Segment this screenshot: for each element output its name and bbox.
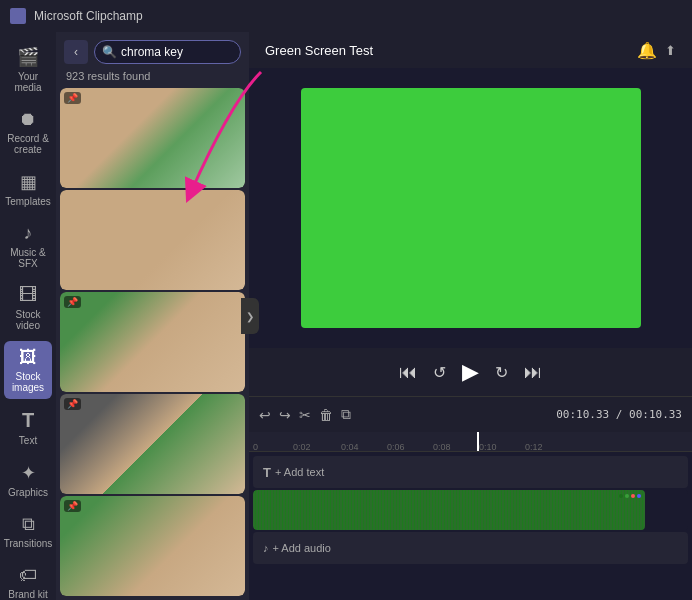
timeline: 0 0:02 0:04 0:06 0:08 0:10 0:12 T + Add … (249, 432, 692, 600)
search-panel: ‹ 🔍 923 results found 📌 (56, 32, 249, 600)
forward-button[interactable]: ↻ (495, 363, 508, 382)
music-icon: ♪ (24, 223, 33, 244)
left-nav: 🎬 Your media ⏺ Record & create ▦ Templat… (0, 32, 56, 600)
playback-controls: ⏮ ↺ ▶ ↻ ⏭ (249, 348, 692, 396)
add-audio-button[interactable]: ♪ + Add audio (253, 542, 688, 554)
video-clip-waveform (253, 490, 645, 530)
ruler-mark: 0:08 (433, 442, 451, 452)
split-button[interactable]: ⧉ (341, 406, 351, 423)
sidebar-item-label: Brand kit (8, 589, 47, 600)
pin-badge: 📌 (64, 92, 81, 104)
audio-track-icon: ♪ (263, 542, 269, 554)
list-item[interactable]: 📌 (60, 496, 245, 596)
sidebar-item-stock-video[interactable]: 🎞 Stock video (4, 279, 52, 337)
ruler-mark: 0:06 (387, 442, 405, 452)
thumbnail (60, 292, 245, 392)
brand-kit-icon: 🏷 (19, 565, 37, 586)
sidebar-item-label: Text (19, 435, 37, 446)
sidebar-item-label: Templates (5, 196, 51, 207)
clip-dot (631, 494, 635, 498)
playhead[interactable] (477, 432, 479, 451)
sidebar-item-record-create[interactable]: ⏺ Record & create (4, 103, 52, 161)
sidebar-item-label: Stock video (6, 309, 50, 331)
your-media-icon: 🎬 (17, 46, 39, 68)
undo-button[interactable]: ↩ (259, 407, 271, 423)
timeline-toolbar: ↩ ↪ ✂ 🗑 ⧉ 00:10.33 / 00:10.33 (249, 396, 692, 432)
skip-forward-button[interactable]: ⏭ (524, 362, 542, 383)
pin-badge: 📌 (64, 500, 81, 512)
cut-button[interactable]: ✂ (299, 407, 311, 423)
preview-title: Green Screen Test (265, 43, 373, 58)
ruler-mark: 0:02 (293, 442, 311, 452)
ruler-mark: 0:10 (479, 442, 497, 452)
graphics-icon: ✦ (21, 462, 36, 484)
sidebar-item-transitions[interactable]: ⧉ Transitions (4, 508, 52, 555)
thumbnail (60, 88, 245, 188)
list-item[interactable]: 📌 (60, 394, 245, 494)
ruler-mark: 0:12 (525, 442, 543, 452)
ruler-mark: 0 (253, 442, 258, 452)
thumbnail (60, 190, 245, 290)
text-track-label: + Add text (275, 466, 324, 478)
thumbnail (60, 496, 245, 596)
sidebar-item-label: Graphics (8, 487, 48, 498)
sidebar-item-stock-images[interactable]: 🖼 Stock images (4, 341, 52, 399)
text-track-icon: T (263, 465, 271, 480)
clip-dot (619, 494, 623, 498)
header-icons: 🔔 ⬆ (637, 41, 676, 60)
rewind-button[interactable]: ↺ (433, 363, 446, 382)
delete-button[interactable]: 🗑 (319, 407, 333, 423)
video-clip[interactable] (253, 490, 645, 530)
results-count: 923 results found (56, 70, 249, 88)
sidebar-item-label: Stock images (6, 371, 50, 393)
search-box-wrap: 🔍 (94, 40, 241, 64)
add-text-button[interactable]: T + Add text (253, 465, 688, 480)
preview-area (249, 68, 692, 348)
list-item[interactable]: 📌 (60, 292, 245, 392)
text-icon: T (22, 409, 34, 432)
clip-noise-dots (619, 494, 641, 498)
stock-images-icon: 🖼 (19, 347, 37, 368)
audio-track: ♪ + Add audio (253, 532, 688, 564)
list-item[interactable] (60, 190, 245, 290)
record-icon: ⏺ (19, 109, 37, 130)
app-title: Microsoft Clipchamp (34, 9, 143, 23)
app-icon (10, 8, 26, 24)
sidebar-item-label: Music & SFX (6, 247, 50, 269)
transitions-icon: ⧉ (22, 514, 35, 535)
search-header: ‹ 🔍 (56, 32, 249, 70)
ruler-mark: 0:04 (341, 442, 359, 452)
main-area: Green Screen Test 🔔 ⬆ ⏮ ↺ ▶ ↻ ⏭ ↩ ↪ ✂ 🗑 … (249, 32, 692, 600)
sidebar-item-music-sfx[interactable]: ♪ Music & SFX (4, 217, 52, 275)
sidebar-item-your-media[interactable]: 🎬 Your media (4, 40, 52, 99)
skip-back-button[interactable]: ⏮ (399, 362, 417, 383)
list-item[interactable]: 📌 (60, 88, 245, 188)
sidebar-item-brand-kit[interactable]: 🏷 Brand kit (4, 559, 52, 600)
share-icon[interactable]: ⬆ (665, 43, 676, 58)
collapse-panel-button[interactable]: ❯ (241, 298, 259, 334)
back-button[interactable]: ‹ (64, 40, 88, 64)
play-button[interactable]: ▶ (462, 359, 479, 385)
video-track-row[interactable] (253, 490, 688, 530)
stock-video-icon: 🎞 (19, 285, 37, 306)
text-track: T + Add text (253, 456, 688, 488)
media-grid: 📌 📌 📌 📌 (56, 88, 249, 600)
pin-badge: 📌 (64, 296, 81, 308)
notification-icon[interactable]: 🔔 (637, 41, 657, 60)
sidebar-item-graphics[interactable]: ✦ Graphics (4, 456, 52, 504)
sidebar-item-label: Transitions (4, 538, 53, 549)
clip-dot (625, 494, 629, 498)
sidebar-item-label: Record & create (6, 133, 50, 155)
templates-icon: ▦ (20, 171, 37, 193)
sidebar-item-text[interactable]: T Text (4, 403, 52, 452)
sidebar-item-templates[interactable]: ▦ Templates (4, 165, 52, 213)
titlebar: Microsoft Clipchamp (0, 0, 692, 32)
search-input[interactable] (94, 40, 241, 64)
timeline-ruler: 0 0:02 0:04 0:06 0:08 0:10 0:12 (249, 432, 692, 452)
timeline-tracks: T + Add text (249, 452, 692, 600)
preview-header: Green Screen Test 🔔 ⬆ (249, 32, 692, 68)
sidebar-item-label: Your media (6, 71, 50, 93)
redo-button[interactable]: ↪ (279, 407, 291, 423)
green-screen-preview (301, 88, 641, 328)
clip-dot (637, 494, 641, 498)
